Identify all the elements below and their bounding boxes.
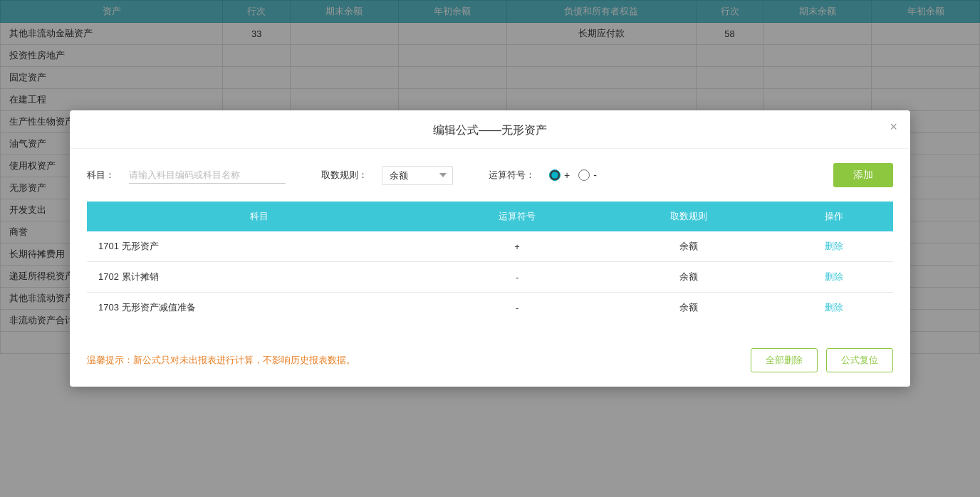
delete-link[interactable]: 删除 — [825, 241, 843, 251]
operator-group: + - — [549, 169, 597, 181]
modal-dialog: 编辑公式——无形资产 × 科目： 取数规则： 余额 借方 贷方 借方余额 贷方余… — [70, 110, 910, 387]
th-rule: 取数规则 — [603, 202, 775, 231]
modal-body: 科目： 取数规则： 余额 借方 贷方 借方余额 贷方余额 运算符号： — [70, 149, 910, 337]
rule-select-wrap: 余额 借方 贷方 借方余额 贷方余额 — [382, 166, 453, 185]
delete-link[interactable]: 删除 — [825, 302, 843, 313]
rule-label: 取数规则： — [321, 169, 368, 182]
modal-footer: 温馨提示：新公式只对未出报表进行计算，不影响历史报表数据。 全部删除 公式复位 — [70, 337, 910, 387]
radio-plus[interactable] — [549, 169, 561, 181]
radio-plus-label: + — [564, 169, 570, 181]
table-row: 1702 累计摊销 - 余额 删除 — [87, 262, 893, 293]
rule-select[interactable]: 余额 借方 贷方 借方余额 贷方余额 — [382, 166, 453, 185]
radio-minus-item[interactable]: - — [578, 169, 597, 181]
delete-all-button[interactable]: 全部删除 — [751, 348, 818, 372]
cell-subject: 1702 累计摊销 — [87, 262, 432, 293]
cell-rule: 余额 — [603, 231, 775, 262]
modal-overlay: 编辑公式——无形资产 × 科目： 取数规则： 余额 借方 贷方 借方余额 贷方余… — [0, 0, 980, 497]
subject-input[interactable] — [129, 167, 286, 184]
tip-text: 温馨提示：新公式只对未出报表进行计算，不影响历史报表数据。 — [87, 354, 355, 367]
cell-rule: 余额 — [603, 262, 775, 293]
radio-minus[interactable] — [578, 169, 590, 181]
th-subject: 科目 — [87, 202, 432, 231]
th-action: 操作 — [775, 202, 893, 231]
cell-action: 删除 — [775, 231, 893, 262]
modal-title: 编辑公式——无形资产 — [433, 124, 547, 136]
modal-close-button[interactable]: × — [890, 120, 897, 133]
cell-subject: 1701 无形资产 — [87, 231, 432, 262]
cell-operator: + — [432, 231, 603, 262]
operator-label: 运算符号： — [489, 169, 535, 182]
delete-link[interactable]: 删除 — [825, 271, 843, 282]
table-row: 1703 无形资产减值准备 - 余额 删除 — [87, 293, 893, 323]
form-row: 科目： 取数规则： 余额 借方 贷方 借方余额 贷方余额 运算符号： — [87, 163, 893, 187]
modal-header: 编辑公式——无形资产 × — [70, 110, 910, 149]
subject-label: 科目： — [87, 169, 115, 182]
cell-subject: 1703 无形资产减值准备 — [87, 293, 432, 323]
radio-minus-label: - — [593, 169, 597, 181]
th-operator: 运算符号 — [432, 202, 603, 231]
reset-formula-button[interactable]: 公式复位 — [826, 348, 893, 372]
cell-operator: - — [432, 262, 603, 293]
table-row: 1701 无形资产 + 余额 删除 — [87, 231, 893, 262]
cell-rule: 余额 — [603, 293, 775, 323]
cell-action: 删除 — [775, 293, 893, 323]
cell-action: 删除 — [775, 262, 893, 293]
radio-plus-item[interactable]: + — [549, 169, 570, 181]
footer-buttons: 全部删除 公式复位 — [751, 348, 893, 372]
table-header-row: 科目 运算符号 取数规则 操作 — [87, 202, 893, 231]
formula-table: 科目 运算符号 取数规则 操作 1701 无形资产 + 余额 删除 1702 累… — [87, 202, 893, 323]
add-button[interactable]: 添加 — [833, 163, 893, 187]
cell-operator: - — [432, 293, 603, 323]
